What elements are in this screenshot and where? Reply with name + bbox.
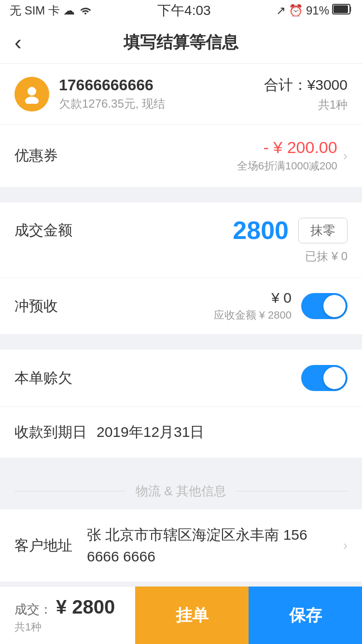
due-date-label: 收款到期日 — [14, 422, 87, 442]
coupon-row[interactable]: 优惠券 - ¥ 200.00 全场6折满1000减200 › — [0, 124, 362, 187]
amount-sub: 已抹 ¥ 0 — [14, 249, 348, 264]
customer-section: 17666666666 欠款1276.35元, 现结 合计：¥3000 共1种 … — [0, 64, 362, 187]
footer-count: 共1种 — [14, 620, 121, 634]
address-chevron-icon: › — [343, 538, 348, 553]
amount-row-wrapper: 成交金额 2800 抹零 已抹 ¥ 0 — [0, 202, 362, 278]
customer-total: 合计：¥3000 — [264, 75, 348, 95]
address-label: 客户地址 — [14, 536, 72, 556]
wifi-icon — [79, 4, 92, 17]
debt-toggle-knob — [323, 367, 346, 389]
due-date-value: 2019年12月31日 — [97, 422, 204, 442]
page-title: 填写结算等信息 — [124, 31, 238, 54]
status-time: 下午4:03 — [157, 1, 211, 20]
footer-deal-label: 成交： — [14, 601, 52, 618]
prereceive-sub: 应收金额 ¥ 2800 — [214, 308, 292, 322]
footer-bar: 成交： ¥ 2800 共1种 挂单 保存 — [0, 586, 362, 644]
customer-info: 17666666666 欠款1276.35元, 现结 — [59, 76, 165, 112]
prereceive-toggle-knob — [323, 295, 346, 317]
due-date-row: 收款到期日 2019年12月31日 — [0, 406, 362, 458]
nav-bar: ‹ 填写结算等信息 — [0, 21, 362, 64]
prereceive-row: 冲预收 ¥ 0 应收金额 ¥ 2800 — [0, 278, 362, 334]
divider-line-right — [236, 491, 348, 491]
save-button[interactable]: 保存 — [249, 587, 362, 644]
clock-icon: ⏰ — [289, 4, 303, 17]
coupon-value: - ¥ 200.00 — [237, 138, 337, 157]
logistics-divider: 物流 & 其他信息 — [0, 473, 362, 509]
amount-row: 成交金额 2800 抹零 — [14, 216, 348, 245]
divider-3 — [0, 465, 362, 473]
divider-1 — [0, 195, 362, 202]
footer-deal-value: ¥ 2800 — [56, 596, 115, 618]
battery-text: 91% — [306, 4, 329, 17]
svg-rect-1 — [334, 5, 348, 13]
coupon-amount: - ¥ 200.00 全场6折满1000减200 — [237, 138, 337, 173]
coupon-chevron-icon: › — [343, 148, 348, 164]
amount-section: 成交金额 2800 抹零 已抹 ¥ 0 冲预收 ¥ 0 应收金额 ¥ 2800 — [0, 202, 362, 334]
status-left: 无 SIM 卡 ☁ — [10, 3, 92, 18]
battery-icon — [332, 4, 352, 17]
logistics-text: 物流 & 其他信息 — [136, 483, 226, 500]
round-button[interactable]: 抹零 — [298, 218, 348, 243]
prereceive-amount: ¥ 0 应收金额 ¥ 2800 — [214, 290, 292, 322]
coupon-right: - ¥ 200.00 全场6折满1000减200 › — [237, 138, 348, 173]
coupon-label: 优惠券 — [14, 146, 58, 166]
customer-phone: 17666666666 — [59, 76, 165, 94]
prereceive-label: 冲预收 — [14, 296, 58, 316]
coupon-desc: 全场6折满1000减200 — [237, 159, 337, 173]
customer-desc: 欠款1276.35元, 现结 — [59, 96, 165, 112]
customer-left: 17666666666 欠款1276.35元, 现结 — [14, 76, 165, 112]
amount-right: 2800 抹零 — [233, 216, 348, 245]
amount-value[interactable]: 2800 — [233, 216, 289, 245]
back-button[interactable]: ‹ — [10, 26, 27, 59]
amount-label: 成交金额 — [14, 221, 72, 240]
hold-button[interactable]: 挂单 — [135, 587, 249, 644]
debt-section: 本单赊欠 收款到期日 2019年12月31日 — [0, 350, 362, 458]
debt-label: 本单赊欠 — [14, 368, 72, 388]
status-bar: 无 SIM 卡 ☁ 下午4:03 ↗ ⏰ 91% — [0, 0, 362, 21]
customer-row: 17666666666 欠款1276.35元, 现结 合计：¥3000 共1种 — [0, 64, 362, 124]
svg-point-2 — [28, 87, 36, 96]
location-icon: ↗ — [276, 4, 286, 17]
divider-line-left — [14, 491, 126, 491]
prereceive-right: ¥ 0 应收金额 ¥ 2800 — [214, 290, 348, 322]
sim-status: 无 SIM 卡 ☁ — [10, 3, 75, 18]
debt-toggle[interactable] — [301, 365, 348, 391]
footer-deal: 成交： ¥ 2800 — [14, 596, 121, 618]
customer-right: 合计：¥3000 共1种 — [264, 75, 348, 112]
address-value: 张 北京市市辖区海淀区永丰南 156 6666 6666 — [87, 524, 337, 567]
footer-summary: 成交： ¥ 2800 共1种 — [0, 596, 135, 634]
status-right: ↗ ⏰ 91% — [276, 4, 352, 17]
prereceive-toggle[interactable] — [301, 293, 348, 319]
customer-count: 共1种 — [264, 97, 348, 112]
address-row[interactable]: 客户地址 张 北京市市辖区海淀区永丰南 156 6666 6666 › — [0, 509, 362, 582]
svg-point-3 — [25, 97, 39, 104]
debt-row: 本单赊欠 — [0, 350, 362, 406]
avatar — [14, 77, 49, 112]
divider-2 — [0, 342, 362, 350]
prereceive-value: ¥ 0 — [214, 290, 292, 306]
